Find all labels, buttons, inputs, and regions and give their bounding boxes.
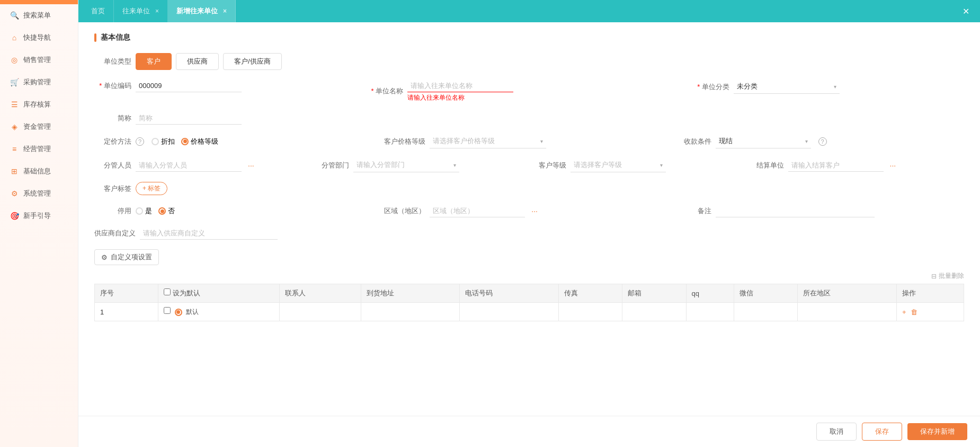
radio-no-label: 否 xyxy=(168,206,175,216)
form-row-4: 分管人员 ··· 分管部门 请输入分管部门 ▾ 客户等级 请选择客户等级 ▾ 结… xyxy=(94,158,964,172)
section-icon-bar xyxy=(94,33,96,42)
short-name-label: 简称 xyxy=(94,113,131,123)
payment-terms-help-icon[interactable]: ? xyxy=(818,137,827,146)
sidebar-item-purchase[interactable]: 🛒 采购管理 xyxy=(0,71,78,93)
region-more-icon[interactable]: ··· xyxy=(531,207,538,215)
th-address: 到货地址 xyxy=(361,284,460,303)
field-settlement-unit: 结算单位 ··· xyxy=(747,159,965,172)
sidebar-item-sales[interactable]: ◎ 销售管理 xyxy=(0,49,78,71)
sidebar-item-label: 新手引导 xyxy=(23,211,51,221)
guide-icon: 🎯 xyxy=(10,211,19,221)
global-close-button[interactable]: ✕ xyxy=(956,6,976,16)
sidebar-item-label: 销售管理 xyxy=(23,55,51,65)
unit-name-input[interactable] xyxy=(407,80,513,92)
form-row-3: 定价方法 ? 折扣 价格等级 客户价格等级 请选择客户价格等级 xyxy=(94,134,964,148)
tab-new-partner[interactable]: 新增往来单位 × xyxy=(168,0,236,22)
customer-level-select[interactable]: 请选择客户等级 ▾ xyxy=(571,158,666,172)
sidebar-item-label: 系统管理 xyxy=(23,189,51,198)
td-phone xyxy=(460,303,559,321)
department-placeholder: 请输入分管部门 xyxy=(357,160,405,170)
td-area xyxy=(798,303,897,321)
btn-type-customer[interactable]: 客户 xyxy=(136,53,172,70)
btn-type-both[interactable]: 客户/供应商 xyxy=(223,53,282,70)
save-button[interactable]: 保存 xyxy=(862,423,902,441)
sidebar-item-finance[interactable]: ◈ 资金管理 xyxy=(0,116,78,138)
field-region: 区域（地区） ··· xyxy=(384,205,674,217)
chevron-down-icon: ▾ xyxy=(540,138,543,144)
customer-price-level-select[interactable]: 请选择客户价格等级 ▾ xyxy=(430,134,546,148)
tab-partners-close[interactable]: × xyxy=(155,7,159,15)
payment-terms-select[interactable]: 现结 ▾ xyxy=(716,134,811,148)
settlement-unit-input[interactable] xyxy=(788,159,884,172)
tab-new-partner-close[interactable]: × xyxy=(223,7,227,15)
supplier-custom-input[interactable] xyxy=(140,227,278,240)
remark-label: 备注 xyxy=(674,206,711,216)
unit-category-select[interactable]: 未分类 ▾ xyxy=(734,80,840,94)
system-icon: ⚙ xyxy=(10,189,19,198)
remark-input[interactable] xyxy=(716,205,875,217)
unit-category-label: 单位分类 xyxy=(692,82,729,92)
field-short-name: 简称 xyxy=(94,112,964,125)
custom-settings-button[interactable]: ⚙ 自定义项设置 xyxy=(94,249,159,265)
field-remark: 备注 xyxy=(674,205,964,217)
pricing-method-radios: 折扣 价格等级 xyxy=(152,137,218,146)
radio-price-level[interactable]: 价格等级 xyxy=(181,137,218,146)
th-default: 设为默认 xyxy=(158,284,280,303)
operations-icon: ≡ xyxy=(10,144,19,154)
sidebar-item-guide[interactable]: 🎯 新手引导 xyxy=(0,205,78,227)
select-all-checkbox[interactable] xyxy=(164,288,171,295)
btn-type-supplier[interactable]: 供应商 xyxy=(176,53,219,70)
sidebar-item-search[interactable]: 🔍 搜索菜单 xyxy=(0,4,78,27)
pricing-method-help-icon[interactable]: ? xyxy=(136,137,144,146)
short-name-input[interactable] xyxy=(136,112,242,125)
sidebar-item-basic-info[interactable]: ⊞ 基础信息 xyxy=(0,160,78,182)
th-phone: 电话号码 xyxy=(460,284,559,303)
sidebar-item-label: 基础信息 xyxy=(23,166,51,176)
settlement-unit-more-icon[interactable]: ··· xyxy=(890,161,896,170)
sidebar-item-quick-nav[interactable]: ⌂ 快捷导航 xyxy=(0,27,78,49)
field-manager: 分管人员 ··· xyxy=(94,159,312,172)
manager-input[interactable] xyxy=(136,159,242,172)
gear-icon: ⚙ xyxy=(101,253,108,261)
field-customer-price-level: 客户价格等级 请选择客户价格等级 ▾ xyxy=(384,134,674,148)
home-icon: ⌂ xyxy=(10,33,19,42)
search-icon: 🔍 xyxy=(10,11,19,20)
td-seq: 1 xyxy=(95,303,158,321)
delete-row-icon[interactable]: 🗑 xyxy=(911,308,917,316)
sidebar-item-operations[interactable]: ≡ 经营管理 xyxy=(0,138,78,160)
tab-partners[interactable]: 往来单位 × xyxy=(114,0,168,22)
sidebar-item-label: 搜索菜单 xyxy=(23,11,51,20)
field-unit-name: 单位名称 请输入往来单位名称 xyxy=(366,80,692,102)
manager-more-icon[interactable]: ··· xyxy=(248,161,254,170)
td-fax xyxy=(559,303,622,321)
sidebar-item-label: 资金管理 xyxy=(23,122,51,132)
contacts-table: 序号 设为默认 联系人 到货地址 电话号码 传真 邮箱 qq 微信 所在地区 操… xyxy=(94,284,964,321)
add-row-icon[interactable]: + xyxy=(902,308,906,316)
section-header: 基本信息 xyxy=(94,33,964,42)
radio-discount[interactable]: 折扣 xyxy=(152,137,175,146)
main-panel: 首页 往来单位 × 新增往来单位 × ✕ 基本信息 单位类型 客户 供应商 客户… xyxy=(78,0,980,447)
section-title: 基本信息 xyxy=(101,33,130,42)
cancel-button[interactable]: 取消 xyxy=(816,423,857,441)
customer-price-level-label: 客户价格等级 xyxy=(384,137,425,146)
customer-level-label: 客户等级 xyxy=(529,161,566,170)
region-input[interactable] xyxy=(430,205,525,217)
sidebar-top-bar xyxy=(0,0,78,4)
sidebar-item-label: 经营管理 xyxy=(23,144,51,154)
radio-no[interactable]: 否 xyxy=(158,206,175,216)
th-contact: 联系人 xyxy=(280,284,361,303)
radio-yes[interactable]: 是 xyxy=(136,206,152,216)
save-new-button[interactable]: 保存并新增 xyxy=(907,423,967,440)
department-select[interactable]: 请输入分管部门 ▾ xyxy=(353,158,459,172)
form-row-5: 客户标签 + 标签 xyxy=(94,182,964,195)
unit-code-input[interactable] xyxy=(136,80,242,92)
row-default-radio[interactable]: 默认 xyxy=(175,308,199,317)
region-label: 区域（地区） xyxy=(384,206,425,216)
field-disabled: 停用 是 否 xyxy=(94,206,384,216)
row-checkbox[interactable] xyxy=(164,307,171,314)
sidebar-item-system[interactable]: ⚙ 系统管理 xyxy=(0,182,78,205)
add-tag-button[interactable]: + 标签 xyxy=(136,182,167,195)
tab-home[interactable]: 首页 xyxy=(83,0,114,22)
sidebar-item-inventory[interactable]: ☰ 库存核算 xyxy=(0,93,78,116)
batch-delete-button[interactable]: ⊟ 批量删除 xyxy=(931,271,964,281)
